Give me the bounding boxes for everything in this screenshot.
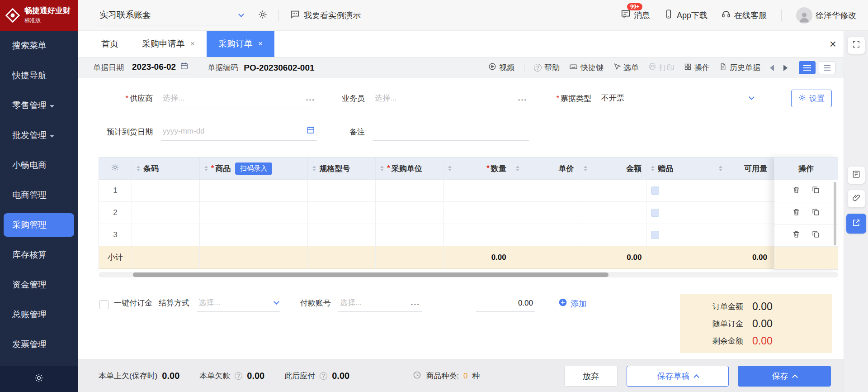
column-header-amount[interactable]: 金额 (579, 158, 647, 179)
copy-row-icon[interactable] (811, 186, 820, 196)
draft-box-button[interactable] (848, 167, 865, 184)
sidebar-settings-button[interactable] (0, 366, 78, 392)
barcode-cell[interactable] (132, 180, 200, 201)
tab-purchase-request[interactable]: 采购申请单 × (130, 31, 207, 57)
spec-cell[interactable] (308, 202, 376, 224)
gift-checkbox[interactable] (651, 231, 659, 239)
gift-checkbox[interactable] (651, 209, 659, 217)
sidebar-item-search-menu[interactable]: 搜索菜单 (0, 31, 78, 61)
vertical-scrollbar[interactable] (834, 182, 836, 245)
grid-settings-button[interactable] (99, 158, 132, 179)
sort-icons[interactable] (516, 166, 519, 171)
scan-entry-button[interactable]: 扫码录入 (235, 163, 272, 175)
sort-icons[interactable] (651, 166, 655, 171)
column-header-unit-price[interactable]: 单价 (511, 158, 579, 179)
amount-cell[interactable] (579, 202, 647, 224)
spec-cell[interactable] (308, 224, 376, 246)
unit-cell[interactable] (376, 224, 443, 246)
sidebar-item-wholesale[interactable]: 批发管理 (0, 120, 78, 150)
barcode-cell[interactable] (132, 224, 200, 246)
sort-icons[interactable] (448, 166, 452, 171)
sidebar-item-ledger[interactable]: 总账管理 (0, 300, 78, 330)
remark-field[interactable] (373, 125, 529, 141)
product-cell[interactable] (200, 224, 308, 246)
abandon-button[interactable]: 放弃 (564, 366, 618, 387)
sidebar-item-quick-nav[interactable]: 快捷导航 (0, 61, 78, 91)
sidebar-item-invoice[interactable]: 发票管理 (0, 330, 78, 359)
messages-button[interactable]: 99+ 消息 (621, 9, 650, 21)
prev-arrow-icon[interactable] (770, 65, 774, 71)
amount-cell[interactable] (579, 180, 647, 201)
settlement-select[interactable]: 选择... (197, 295, 280, 312)
split-view-toggle[interactable] (819, 61, 835, 74)
spec-cell[interactable] (308, 180, 376, 201)
supplier-field[interactable]: 选择... ... (161, 90, 317, 107)
column-header-gift[interactable]: 赠品 (646, 158, 714, 179)
horizontal-scrollbar-thumb[interactable] (133, 272, 609, 277)
column-header-barcode[interactable]: 条码 (132, 158, 200, 179)
column-header-spec[interactable]: 规格型号 (308, 158, 376, 179)
product-cell[interactable] (200, 180, 308, 201)
sidebar-item-retail[interactable]: 零售管理 (0, 91, 78, 120)
pick-order-button[interactable]: 选单 (613, 62, 639, 73)
tab-home[interactable]: 首页 (90, 31, 130, 57)
open-external-button[interactable] (846, 214, 866, 234)
product-cell[interactable] (200, 202, 308, 224)
deposit-amount-field[interactable]: 0.00 (476, 296, 535, 312)
one-click-deposit-checkbox[interactable] (99, 300, 108, 309)
unit-cell[interactable] (376, 180, 443, 201)
bill-type-select[interactable]: 不开票 (599, 90, 755, 107)
delete-row-icon[interactable] (792, 230, 801, 241)
column-header-quantity[interactable]: * 数量 (443, 158, 511, 179)
quantity-cell[interactable] (443, 180, 511, 201)
supplier-picker-button[interactable]: ... (306, 94, 315, 103)
print-button[interactable]: 打印 (648, 62, 675, 73)
close-all-icon[interactable]: × (830, 31, 844, 57)
doc-date-field[interactable]: 2023-06-02 (128, 60, 192, 75)
calendar-icon[interactable] (180, 62, 189, 72)
user-menu[interactable]: 徐泽华修改 (796, 7, 856, 24)
account-settings-gear-icon[interactable] (258, 10, 268, 21)
sort-icons[interactable] (137, 166, 140, 171)
sidebar-item-ecommerce[interactable]: 电商管理 (0, 180, 78, 210)
help-button[interactable]: ? 帮助 (534, 62, 560, 73)
online-service-button[interactable]: 在线客服 (721, 9, 767, 21)
operations-button[interactable]: 操作 (684, 62, 710, 73)
unit-cell[interactable] (376, 202, 443, 224)
gift-checkbox[interactable] (651, 186, 659, 195)
amount-cell[interactable] (579, 224, 647, 246)
price-cell[interactable] (511, 224, 579, 246)
calendar-icon[interactable] (306, 125, 315, 137)
arrival-date-field[interactable]: yyyy-mm-dd (161, 123, 317, 141)
sidebar-item-xiaochang-ecom[interactable]: 小畅电商 (0, 150, 78, 180)
column-header-purchase-unit[interactable]: * 采购单位 (376, 158, 443, 179)
horizontal-scrollbar-track[interactable] (99, 272, 838, 277)
salesman-picker-button[interactable]: ... (518, 94, 527, 103)
sort-icons[interactable] (204, 166, 208, 171)
close-icon[interactable]: × (258, 39, 263, 48)
next-arrow-icon[interactable] (783, 65, 788, 71)
history-button[interactable]: 历史单据 (719, 62, 760, 73)
quantity-cell[interactable] (443, 202, 511, 224)
settings-button[interactable]: 设置 (791, 90, 832, 107)
sidebar-item-funds[interactable]: 资金管理 (0, 270, 78, 300)
close-icon[interactable]: × (190, 39, 195, 48)
barcode-cell[interactable] (132, 202, 200, 224)
hotkeys-button[interactable]: 快捷键 (569, 62, 604, 73)
quantity-cell[interactable] (443, 224, 511, 246)
delete-row-icon[interactable] (792, 208, 801, 219)
video-button[interactable]: 视频 (488, 62, 514, 73)
add-payment-button[interactable]: 添加 (558, 298, 587, 309)
demo-link[interactable]: 我要看实例演示 (290, 9, 361, 21)
price-cell[interactable] (511, 202, 579, 224)
account-picker-button[interactable]: ... (411, 298, 420, 307)
attachment-button[interactable] (848, 190, 865, 207)
sidebar-item-purchase[interactable]: 采购管理 (4, 213, 74, 237)
sidebar-item-inventory[interactable]: 库存核算 (0, 240, 78, 270)
delete-row-icon[interactable] (792, 186, 801, 196)
question-icon[interactable]: ? (320, 372, 327, 380)
sort-icons[interactable] (584, 166, 587, 171)
tab-purchase-order[interactable]: 采购订单 × (207, 31, 274, 57)
copy-row-icon[interactable] (811, 230, 820, 241)
payment-account-field[interactable]: 选择... ... (338, 295, 422, 312)
